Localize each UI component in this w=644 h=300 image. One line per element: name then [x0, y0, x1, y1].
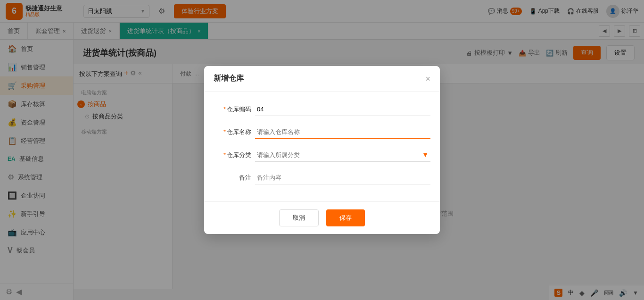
remark-input[interactable]: [255, 171, 430, 184]
form-row-code: *仓库编码: [214, 103, 430, 116]
category-dropdown-arrow: ▼: [422, 151, 429, 158]
code-label: *仓库编码: [214, 105, 251, 114]
form-row-name: *仓库名称: [214, 125, 430, 139]
dialog-overlay: 新增仓库 × *仓库编码 *仓库名称 *仓库分类: [0, 0, 644, 300]
category-input[interactable]: [257, 151, 422, 158]
category-required-mark: *: [223, 151, 226, 158]
name-label: *仓库名称: [214, 128, 251, 136]
dialog-footer: 取消 保存: [204, 201, 440, 234]
dialog-close-button[interactable]: ×: [425, 75, 430, 83]
code-required-mark: *: [223, 106, 226, 113]
category-select[interactable]: ▼: [255, 148, 430, 162]
dialog-title: 新增仓库: [214, 74, 244, 83]
name-required-mark: *: [223, 128, 226, 135]
dialog-body: *仓库编码 *仓库名称 *仓库分类 ▼: [204, 92, 440, 201]
form-row-category: *仓库分类 ▼: [214, 148, 430, 162]
name-input[interactable]: [255, 125, 430, 139]
remark-label: 备注: [214, 174, 251, 182]
dialog-header: 新增仓库 ×: [204, 66, 440, 92]
category-label: *仓库分类: [214, 151, 251, 159]
form-row-remark: 备注: [214, 171, 430, 184]
cancel-button[interactable]: 取消: [279, 209, 319, 226]
save-button[interactable]: 保存: [326, 209, 365, 226]
new-warehouse-dialog: 新增仓库 × *仓库编码 *仓库名称 *仓库分类: [204, 66, 440, 234]
code-input[interactable]: [255, 103, 430, 116]
